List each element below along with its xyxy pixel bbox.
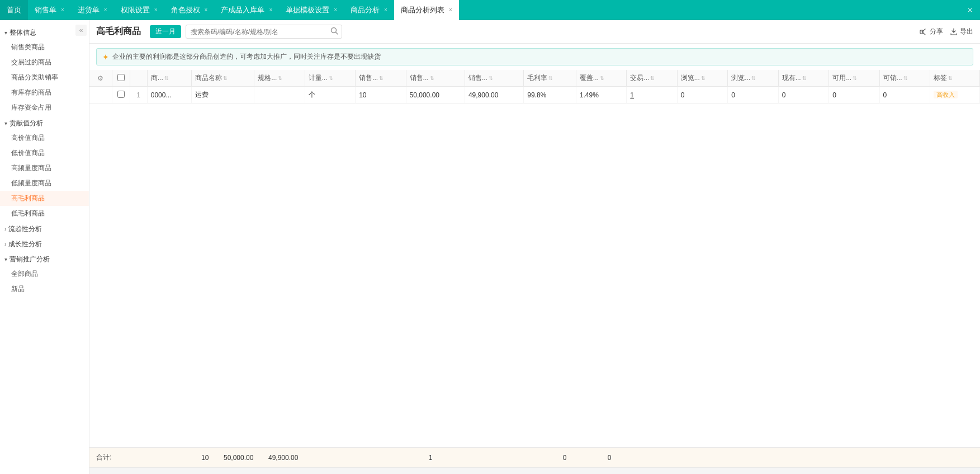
app-close-button[interactable]: ×: [960, 0, 980, 20]
col-browse2[interactable]: 浏览... ⇅: [728, 70, 778, 87]
trend-analysis-arrow: ›: [4, 226, 6, 232]
sidebar-item-traded-commodities[interactable]: 交易过的商品: [0, 55, 89, 70]
cell-checkbox[interactable]: [112, 87, 130, 104]
search-icon: [330, 27, 338, 35]
tab-home[interactable]: 首页: [0, 0, 28, 20]
col-sales-cost[interactable]: 销售... ⇅: [465, 70, 523, 87]
search-input[interactable]: [186, 26, 327, 37]
sort-browse1-icon: ⇅: [701, 76, 706, 81]
cell-settings: [89, 87, 112, 104]
sidebar-item-high-value[interactable]: 高价值商品: [0, 130, 89, 146]
col-spec[interactable]: 规格... ⇅: [254, 70, 305, 87]
close-tab-product-analysis-list[interactable]: ×: [449, 7, 452, 13]
sidebar-item-low-sales-freq[interactable]: 低频量度商品: [0, 176, 89, 191]
footer-spacer1: [301, 454, 346, 462]
footer-sales-qty: [122, 454, 167, 462]
col-tag[interactable]: 标签 ⇅: [930, 70, 980, 87]
tab-purchase-order[interactable]: 进货单 ×: [71, 0, 114, 20]
sidebar-group-trend-analysis[interactable]: › 流趋性分析: [0, 221, 89, 236]
close-tab-template-settings[interactable]: ×: [334, 7, 337, 13]
cell-sales-qty: 10: [356, 87, 406, 104]
settings-icon[interactable]: ⚙: [97, 74, 103, 82]
tab-product-analysis-list[interactable]: 商品分析列表 ×: [394, 0, 459, 20]
col-settings[interactable]: ⚙: [89, 70, 112, 87]
col-available[interactable]: 可用... ⇅: [829, 70, 879, 87]
cell-current-stock: 0: [778, 87, 828, 104]
cell-tag: 高收入: [930, 87, 980, 104]
close-tab-product-storage[interactable]: ×: [269, 7, 272, 13]
sort-product-name-icon: ⇅: [223, 76, 228, 81]
col-trade-count[interactable]: 交易... ⇅: [627, 70, 677, 87]
col-coverage[interactable]: 覆盖... ⇅: [576, 70, 626, 87]
col-current-stock[interactable]: 现有... ⇅: [778, 70, 828, 87]
sidebar-item-in-stock-commodities[interactable]: 有库存的商品: [0, 85, 89, 100]
close-tab-permission-settings[interactable]: ×: [154, 7, 158, 13]
col-unit[interactable]: 计量... ⇅: [305, 70, 355, 87]
search-button[interactable]: [327, 25, 342, 38]
footer-spacer4: [480, 454, 525, 462]
col-sales-qty[interactable]: 销售... ⇅: [356, 70, 406, 87]
sidebar-group-growth-analysis[interactable]: › 成长性分析: [0, 236, 89, 251]
tab-sales-order[interactable]: 销售单 ×: [28, 0, 71, 20]
sidebar-group-marketing-analysis[interactable]: ▾ 营销推广分析: [0, 251, 89, 266]
close-tab-sales-order[interactable]: ×: [61, 7, 64, 13]
tab-product-analysis[interactable]: 商品分析 ×: [344, 0, 394, 20]
horizontal-scrollbar[interactable]: [89, 467, 980, 474]
col-gross-margin[interactable]: 毛利率 ⇅: [524, 70, 576, 87]
sidebar-item-low-margin[interactable]: 低毛利商品: [0, 206, 89, 221]
sort-browse2-icon: ⇅: [751, 76, 756, 81]
col-browse1[interactable]: 浏览... ⇅: [677, 70, 727, 87]
sidebar-item-stock-capital[interactable]: 库存资金占用: [0, 100, 89, 115]
export-button[interactable]: 导出: [950, 27, 973, 36]
top-navigation: 首页 销售单 × 进货单 × 权限设置 × 角色授权 × 产成品入库单 × 单据…: [0, 0, 980, 20]
cell-sellable: 0: [879, 87, 930, 104]
cell-product-code: 0000...: [147, 87, 191, 104]
sort-tag-icon: ⇅: [948, 76, 953, 81]
select-all-checkbox[interactable]: [117, 74, 125, 81]
cell-sales-amount: 50,000.00: [406, 87, 465, 104]
sidebar-group-profit-analysis[interactable]: ▾ 贡献值分析: [0, 115, 89, 130]
footer-sales-amount: 50,000.00: [212, 454, 257, 462]
sort-coverage-icon: ⇅: [600, 76, 604, 81]
table-container[interactable]: ⚙ 商... ⇅: [89, 70, 980, 447]
growth-analysis-arrow: ›: [4, 241, 6, 247]
col-checkbox[interactable]: [112, 70, 130, 87]
sidebar-item-all-commodities[interactable]: 全部商品: [0, 266, 89, 281]
tab-template-settings[interactable]: 单据模板设置 ×: [279, 0, 344, 20]
sidebar-item-high-sales-freq[interactable]: 高频量度商品: [0, 161, 89, 176]
sort-sales-amount-icon: ⇅: [430, 76, 434, 81]
sort-gross-margin-icon: ⇅: [548, 76, 553, 81]
filter-recent-month-button[interactable]: 近一月: [150, 25, 181, 38]
footer-spacer3: [435, 454, 480, 462]
footer-trade-count: 1: [391, 454, 435, 462]
col-sales-amount[interactable]: 销售... ⇅: [406, 70, 465, 87]
sidebar-collapse-button[interactable]: «: [75, 25, 87, 36]
main-layout: « ▾ 整体信息 销售类商品 交易过的商品 商品分类助销率 有库存的商品 库存资…: [0, 20, 980, 474]
sort-current-stock-icon: ⇅: [802, 76, 807, 81]
close-tab-product-analysis[interactable]: ×: [384, 7, 387, 13]
sidebar-item-sales-commodities[interactable]: 销售类商品: [0, 40, 89, 55]
col-product-name[interactable]: 商品名称 ⇅: [191, 70, 254, 87]
table-row: 1 0000... 运费 个 10 50,000.00 49,900.00 99…: [89, 87, 980, 104]
close-tab-purchase-order[interactable]: ×: [104, 7, 107, 13]
trade-count-link[interactable]: 1: [630, 91, 634, 99]
footer-summary: 合计: 10 50,000.00 49,900.00 1 0 0: [89, 447, 980, 467]
sidebar-item-low-value[interactable]: 低价值商品: [0, 146, 89, 161]
sidebar-item-commodity-contrib[interactable]: 商品分类助销率: [0, 70, 89, 85]
tab-role-auth[interactable]: 角色授权 ×: [164, 0, 215, 20]
profit-analysis-arrow: ▾: [4, 120, 7, 126]
tab-permission-settings[interactable]: 权限设置 ×: [114, 0, 164, 20]
sidebar: « ▾ 整体信息 销售类商品 交易过的商品 商品分类助销率 有库存的商品 库存资…: [0, 20, 89, 474]
tab-product-storage[interactable]: 产成品入库单 ×: [214, 0, 279, 20]
sidebar-item-high-margin[interactable]: 高毛利商品: [0, 191, 89, 206]
share-button[interactable]: 分享: [920, 27, 943, 36]
col-sellable[interactable]: 可销... ⇅: [879, 70, 930, 87]
content-header: 高毛利商品 近一月 分享: [89, 20, 980, 44]
row-checkbox[interactable]: [117, 91, 125, 98]
header-actions: 分享 导出: [920, 27, 973, 36]
sidebar-item-new-products[interactable]: 新品: [0, 281, 89, 297]
col-product-code[interactable]: 商... ⇅: [147, 70, 191, 87]
sort-sales-qty-icon: ⇅: [379, 76, 384, 81]
info-icon: ✦: [102, 53, 109, 62]
close-tab-role-auth[interactable]: ×: [205, 7, 208, 13]
